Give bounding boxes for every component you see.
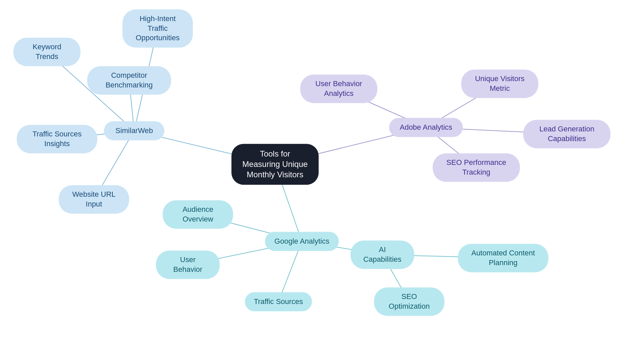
node-unique-visitors-metric[interactable]: Unique Visitors Metric [461,69,538,98]
connection-lines [0,0,644,363]
node-competitor-benchmarking[interactable]: Competitor Benchmarking [87,66,171,95]
node-traffic-sources[interactable]: Traffic Sources [245,292,312,311]
node-user-behavior-analytics[interactable]: User Behavior Analytics [300,74,377,103]
node-high-intent[interactable]: High-Intent Traffic Opportunities [122,9,193,48]
mindmap-container: Tools for Measuring Unique Monthly Visit… [0,0,644,363]
node-ai-capabilities[interactable]: AI Capabilities [351,240,414,269]
node-audience-overview[interactable]: Audience Overview [163,200,233,229]
node-lead-generation[interactable]: Lead Generation Capabilities [523,120,610,148]
node-user-behavior[interactable]: User Behavior [156,250,220,279]
node-automated-content[interactable]: Automated Content Planning [458,244,548,272]
node-seo-optimization[interactable]: SEO Optimization [374,287,444,316]
node-google-analytics[interactable]: Google Analytics [265,232,339,251]
node-seo-performance[interactable]: SEO Performance Tracking [433,153,520,182]
node-traffic-sources-insights[interactable]: Traffic Sources Insights [17,125,97,153]
center-node[interactable]: Tools for Measuring Unique Monthly Visit… [231,144,319,185]
node-similarweb[interactable]: SimilarWeb [104,121,164,140]
node-website-url-input[interactable]: Website URL Input [59,185,129,214]
node-keyword-trends[interactable]: Keyword Trends [13,38,80,66]
node-adobe-analytics[interactable]: Adobe Analytics [389,118,463,137]
